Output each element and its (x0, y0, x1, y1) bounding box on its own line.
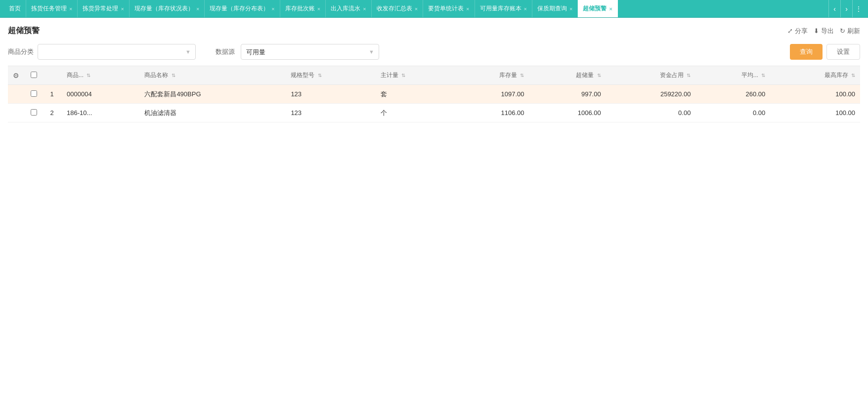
close-icon[interactable]: × (317, 6, 320, 12)
nav-next-button[interactable]: › (840, 0, 852, 18)
nav-tab-inout[interactable]: 出入库流水 × (326, 0, 371, 18)
select-all-checkbox[interactable] (31, 72, 37, 78)
filter-area: 商品分类 ▼ 数据源 可用量 库存量 ▼ 查询 设置 (8, 44, 860, 60)
nav-more-button[interactable]: ⋮ (852, 0, 864, 18)
th-avg: 平均... ⇅ (695, 66, 770, 85)
sort-icon[interactable]: ⇅ (687, 73, 691, 78)
sort-icon[interactable]: ⇅ (851, 73, 855, 78)
nav-tab-available[interactable]: 可用量库存账本 × (475, 0, 532, 18)
nav-prev-button[interactable]: ‹ (828, 0, 840, 18)
category-select-wrapper: ▼ (38, 44, 196, 60)
nav-tab-exception[interactable]: 拣货异常处理 × (78, 0, 129, 18)
td-product-code: 0000004 (62, 85, 139, 104)
table-body: 1 0000004 六配套新昌490BPG 123 套 1097.00 997.… (8, 85, 860, 122)
row-checkbox[interactable] (31, 90, 37, 97)
th-stock: 库存量 ⇅ (452, 66, 529, 85)
sort-icon[interactable]: ⇅ (597, 73, 601, 78)
nav-tab-overstock[interactable]: 超储预警 × (578, 0, 617, 18)
th-rownum (42, 66, 62, 85)
table-row: 2 186-10... 机油滤清器 123 个 1106.00 1006.00 … (8, 104, 860, 122)
category-select[interactable] (38, 44, 196, 60)
export-button[interactable]: ⬇ 导出 (814, 27, 834, 36)
nav-tab-batch[interactable]: 库存批次账 × (280, 0, 326, 18)
nav-tab-task[interactable]: 拣货任务管理 × (26, 0, 78, 18)
datasource-select[interactable]: 可用量 库存量 (241, 44, 379, 60)
sort-icon[interactable]: ⇅ (172, 73, 175, 78)
th-overstock: 超储量 ⇅ (529, 66, 606, 85)
query-button[interactable]: 查询 (790, 44, 823, 60)
share-button[interactable]: ⤢ 分享 (787, 27, 808, 36)
setting-button[interactable]: 设置 (826, 44, 860, 60)
sort-icon[interactable]: ⇅ (520, 73, 524, 78)
td-rownum: 2 (42, 104, 62, 122)
nav-tab-summary[interactable]: 收发存汇总表 × (372, 0, 423, 18)
td-rownum: 1 (42, 85, 62, 104)
close-icon[interactable]: × (69, 6, 72, 12)
td-maxstock: 100.00 (770, 85, 860, 104)
nav-arrows: ‹ › ⋮ (828, 0, 864, 18)
share-icon: ⤢ (787, 27, 793, 35)
close-icon[interactable]: × (569, 6, 572, 12)
close-icon[interactable]: × (524, 6, 527, 12)
th-maxstock: 最高库存 ⇅ (770, 66, 860, 85)
close-icon[interactable]: × (609, 6, 612, 12)
td-checkbox (26, 85, 42, 104)
header-actions: ⤢ 分享 ⬇ 导出 ↻ 刷新 (787, 27, 860, 36)
td-unit: 套 (376, 85, 452, 104)
category-label: 商品分类 (8, 47, 34, 56)
td-unit: 个 (376, 104, 452, 122)
td-gear (8, 85, 26, 104)
th-product-code: 商品... ⇅ (62, 66, 139, 85)
th-maxstock-label: 最高库存 (825, 72, 848, 79)
td-stock: 1106.00 (452, 104, 529, 122)
sort-icon[interactable]: ⇅ (87, 73, 90, 78)
th-spec-label: 规格型号 (291, 72, 314, 79)
sort-icon[interactable]: ⇅ (401, 73, 405, 78)
td-product-name: 六配套新昌490BPG (139, 85, 286, 104)
right-buttons: 查询 设置 (790, 44, 860, 60)
th-gear: ⚙ (8, 66, 26, 85)
datasource-label: 数据源 (216, 47, 235, 56)
th-overstock-label: 超储量 (576, 72, 594, 79)
td-overstock: 1006.00 (529, 104, 606, 122)
th-spec: 规格型号 ⇅ (286, 66, 376, 85)
table-row: 1 0000004 六配套新昌490BPG 123 套 1097.00 997.… (8, 85, 860, 104)
nav-tab-stock-dist[interactable]: 现存量（库存分布表） × (205, 0, 280, 18)
td-capital: 259220.00 (606, 85, 696, 104)
td-stock: 1097.00 (452, 85, 529, 104)
refresh-button[interactable]: ↻ 刷新 (840, 27, 860, 36)
th-unit: 主计量 ⇅ (376, 66, 452, 85)
left-filters: 商品分类 ▼ 数据源 可用量 库存量 ▼ (8, 44, 379, 60)
row-checkbox[interactable] (31, 109, 37, 116)
close-icon[interactable]: × (271, 6, 274, 12)
data-table: ⚙ 商品... ⇅ 商品名称 ⇅ 规格型号 ⇅ (8, 66, 860, 122)
close-icon[interactable]: × (196, 6, 199, 12)
close-icon[interactable]: × (415, 6, 418, 12)
th-avg-label: 平均... (741, 72, 758, 79)
td-capital: 0.00 (606, 104, 696, 122)
page-title: 超储预警 (8, 26, 40, 36)
th-unit-label: 主计量 (381, 72, 398, 79)
nav-tab-expiry[interactable]: 保质期查询 × (532, 0, 578, 18)
datasource-select-wrapper: 可用量 库存量 ▼ (241, 44, 379, 60)
page-header: 超储预警 ⤢ 分享 ⬇ 导出 ↻ 刷新 (8, 26, 860, 36)
nav-tab-requisition[interactable]: 要货单统计表 × (423, 0, 475, 18)
close-icon[interactable]: × (363, 6, 366, 12)
th-stock-label: 库存量 (499, 72, 517, 79)
close-icon[interactable]: × (466, 6, 469, 12)
settings-icon[interactable]: ⚙ (13, 72, 19, 79)
export-icon: ⬇ (814, 27, 819, 35)
td-overstock: 997.00 (529, 85, 606, 104)
td-avg: 260.00 (695, 85, 770, 104)
sort-icon[interactable]: ⇅ (318, 73, 322, 78)
sort-icon[interactable]: ⇅ (761, 73, 765, 78)
th-product-code-label: 商品... (67, 72, 84, 79)
td-avg: 0.00 (695, 104, 770, 122)
close-icon[interactable]: × (121, 6, 124, 12)
nav-tab-stock-status[interactable]: 现存量（库存状况表） × (130, 0, 205, 18)
td-spec: 123 (286, 85, 376, 104)
nav-tab-home[interactable]: 首页 (4, 0, 26, 18)
th-capital-label: 资金占用 (660, 72, 684, 79)
th-checkbox (26, 66, 42, 85)
td-checkbox (26, 104, 42, 122)
